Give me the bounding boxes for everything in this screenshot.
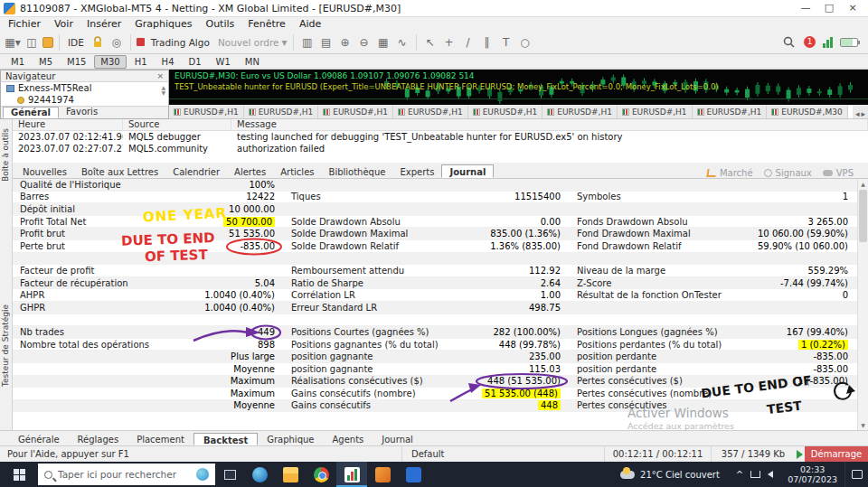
- cascade-windows-icon[interactable]: ▤: [318, 34, 335, 51]
- menu-item[interactable]: Outils: [205, 18, 234, 30]
- chart-tab[interactable]: EURUSD#,H1: [393, 106, 468, 118]
- timeframe-m5[interactable]: M5: [33, 55, 59, 69]
- minimize-button[interactable]: —: [794, 1, 817, 16]
- menu-item[interactable]: Graphiques: [135, 18, 192, 30]
- tray-expand-icon[interactable]: ^: [736, 470, 743, 480]
- chart-tab[interactable]: EURUSD#,H1: [542, 106, 618, 118]
- trendline-icon[interactable]: /: [460, 34, 476, 51]
- chrome-button[interactable]: [306, 462, 336, 487]
- strategy-tester-side-tab[interactable]: Testeur de Stratégie: [1, 304, 10, 387]
- start-test-button[interactable]: Démarrage: [805, 446, 868, 462]
- toolbox-tab[interactable]: Experts: [392, 165, 441, 178]
- toolbox-tab[interactable]: Journal: [441, 164, 494, 178]
- tester-tab[interactable]: Réglages: [69, 433, 128, 445]
- scrollbar-thumb[interactable]: [859, 190, 867, 242]
- tester-tab[interactable]: Générale: [9, 433, 69, 445]
- chart-window-icon[interactable]: ◫: [24, 34, 40, 51]
- chart-tab[interactable]: EURUSD#,H1: [468, 106, 543, 118]
- algo-trading-button[interactable]: Trading Algo: [137, 34, 212, 51]
- navigator-tab[interactable]: Général: [3, 107, 59, 118]
- file-explorer-button[interactable]: [275, 462, 306, 487]
- text-tool-icon[interactable]: T: [498, 34, 514, 51]
- timeframe-mn[interactable]: MN: [239, 55, 266, 69]
- chart-app-button[interactable]: [367, 462, 398, 487]
- journal-row[interactable]: 2023.07.07 02:27:07.278MQL5.communityaut…: [13, 143, 868, 155]
- toolbox-tab[interactable]: Articles: [273, 165, 321, 178]
- tester-tab[interactable]: Journal: [373, 433, 422, 445]
- toolbox-tab[interactable]: Boîte aux Lettres: [74, 165, 165, 178]
- volume-icon[interactable]: [768, 471, 773, 478]
- menu-item[interactable]: Insérer: [87, 18, 121, 30]
- weather-widget[interactable]: 21°C Ciel couvert: [611, 470, 729, 480]
- scroll-down-icon[interactable]: ▼: [161, 90, 165, 96]
- scroll-down-icon[interactable]: ▼: [858, 422, 868, 428]
- timeframe-h1[interactable]: H1: [128, 55, 154, 69]
- timeframe-d1[interactable]: D1: [183, 55, 208, 69]
- taskbar-clock[interactable]: 02:33 07/07/2023: [780, 464, 844, 484]
- chart-tab[interactable]: EURUSD#,H1: [318, 106, 393, 118]
- timeframe-h4[interactable]: H4: [156, 55, 181, 69]
- toolbox-tab[interactable]: Nouvelles: [15, 165, 74, 178]
- chart-tab[interactable]: EURUSD#,H1: [244, 106, 319, 118]
- link-charts-icon[interactable]: ◎: [108, 34, 125, 51]
- menu-item[interactable]: Aide: [299, 18, 321, 30]
- timeframe-w1[interactable]: W1: [210, 55, 237, 69]
- journal-row[interactable]: 2023.07.07 02:12:41.969MQL5 debuggertest…: [13, 131, 868, 143]
- chart-tab[interactable]: EURUSD#,H1: [693, 106, 768, 118]
- tester-tab[interactable]: Backtest: [193, 433, 258, 445]
- tester-tab[interactable]: Placement: [127, 433, 193, 445]
- market-watch-icon[interactable]: [823, 37, 833, 48]
- chart-tab[interactable]: EURUSD#,M30: [767, 106, 847, 118]
- crosshair-icon[interactable]: +: [441, 34, 458, 51]
- maximize-button[interactable]: □: [817, 1, 841, 16]
- notification-badge[interactable]: 1: [804, 36, 816, 48]
- navigator-login-item[interactable]: 92441974: [1, 94, 168, 106]
- zoom-out-icon[interactable]: ⊖: [356, 34, 373, 51]
- channel-icon[interactable]: ‖: [479, 34, 495, 51]
- navigator-account-item[interactable]: Exness-MT5Real: [1, 82, 168, 94]
- chart-tab[interactable]: EURUSD#,H1: [618, 106, 693, 118]
- toolbox-side-tab[interactable]: Boîte à outils: [1, 128, 10, 182]
- profiles-icon[interactable]: [42, 37, 53, 48]
- tile-windows-icon[interactable]: ▥: [299, 34, 316, 51]
- tester-tab[interactable]: Graphique: [258, 433, 323, 445]
- timeframe-m15[interactable]: M15: [61, 55, 92, 69]
- scroll-up-icon[interactable]: ▲: [858, 181, 868, 187]
- network-icon[interactable]: [750, 471, 760, 478]
- shapes-icon[interactable]: ○: [517, 34, 533, 51]
- timeframe-m1[interactable]: M1: [5, 55, 31, 69]
- chart-tab[interactable]: EURUSD#,H1: [169, 106, 244, 118]
- blue-app-button[interactable]: [398, 462, 429, 487]
- menu-item[interactable]: Fichier: [8, 18, 41, 30]
- market-button[interactable]: Marché: [707, 168, 753, 178]
- navigator-scroll-arrows[interactable]: ▲▼: [161, 85, 165, 96]
- grid-icon[interactable]: ▦: [375, 34, 392, 51]
- taskbar-search[interactable]: Taper ici pour rechercher: [38, 464, 215, 485]
- close-button[interactable]: ×: [841, 1, 864, 16]
- navigator-tab[interactable]: Favoris: [59, 107, 105, 118]
- scroll-right-icon[interactable]: ▸: [861, 109, 865, 118]
- start-button[interactable]: [0, 462, 38, 487]
- search-icon[interactable]: [780, 34, 797, 51]
- toolbox-tab[interactable]: Alertes: [227, 165, 273, 178]
- new-chart-icon[interactable]: ▦▾: [5, 34, 21, 51]
- timeframe-m30[interactable]: M30: [94, 55, 126, 69]
- cursor-icon[interactable]: ↖: [422, 34, 439, 51]
- menu-item[interactable]: Fenêtre: [248, 18, 286, 30]
- action-center-button[interactable]: [844, 462, 868, 487]
- tester-tab[interactable]: Agents: [323, 433, 373, 445]
- new-order-button[interactable]: Nouvel ordre▾: [215, 34, 288, 51]
- task-view-button[interactable]: [215, 462, 244, 487]
- profile-selector[interactable]: Default: [402, 446, 605, 462]
- navigator-close-icon[interactable]: ×: [156, 71, 164, 80]
- zoom-in-icon[interactable]: ⊕: [337, 34, 354, 51]
- chart-area[interactable]: EURUSD#,M30: Euro vs US Dollar 1.09086 1…: [169, 70, 868, 105]
- lock-icon[interactable]: [90, 34, 106, 51]
- indicators-icon[interactable]: ∿: [394, 34, 410, 51]
- mt5-app-button[interactable]: [336, 462, 367, 487]
- browser-app-button[interactable]: [244, 462, 275, 487]
- toolbox-tab[interactable]: Calendrier: [165, 165, 227, 178]
- vps-button[interactable]: VPS: [823, 168, 854, 178]
- report-scrollbar[interactable]: ▲ ▼: [857, 179, 868, 430]
- toolbox-tab[interactable]: Bibliothèque: [322, 165, 393, 178]
